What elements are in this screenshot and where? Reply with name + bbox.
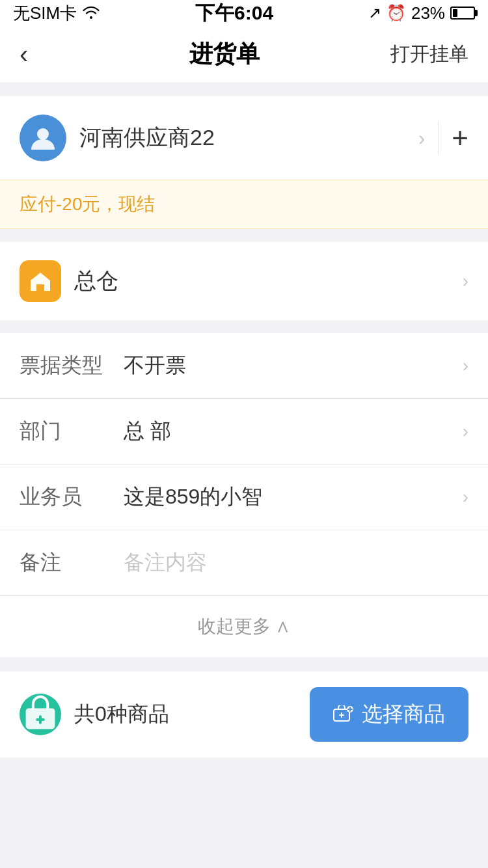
- remark-row[interactable]: 备注 备注内容: [0, 530, 488, 595]
- warehouse-name: 总仓: [74, 266, 456, 296]
- salesperson-row[interactable]: 业务员 这是859的小智 ›: [0, 465, 488, 530]
- product-bar: 共0种商品 选择商品: [0, 671, 488, 757]
- notice-text: 应付-20元，现结: [20, 194, 155, 214]
- add-supplier-button[interactable]: +: [438, 122, 468, 154]
- status-left: 无SIM卡: [13, 2, 100, 25]
- section-gap-4: [0, 657, 488, 670]
- department-value: 总 部: [124, 417, 456, 446]
- warehouse-section: 总仓 ›: [0, 242, 488, 320]
- invoice-type-value: 不开票: [124, 351, 456, 380]
- status-time: 下午6:04: [195, 0, 273, 27]
- back-button[interactable]: ‹: [20, 40, 59, 69]
- carrier-label: 无SIM卡: [13, 2, 77, 25]
- salesperson-label: 业务员: [20, 483, 124, 511]
- warehouse-chevron-icon: ›: [463, 271, 468, 292]
- supplier-name: 河南供应商22: [79, 123, 418, 153]
- status-right: ↗ ⏰ 23%: [368, 3, 475, 23]
- supplier-section: 河南供应商22 › + 应付-20元，现结: [0, 96, 488, 229]
- section-gap-1: [0, 83, 488, 96]
- department-chevron-icon: ›: [463, 421, 468, 442]
- warehouse-icon: [20, 260, 61, 302]
- product-count-label: 共0种商品: [74, 700, 310, 729]
- warehouse-row[interactable]: 总仓 ›: [0, 242, 488, 320]
- invoice-type-row[interactable]: 票据类型 不开票 ›: [0, 333, 488, 399]
- department-row[interactable]: 部门 总 部 ›: [0, 399, 488, 465]
- remark-placeholder[interactable]: 备注内容: [124, 549, 468, 577]
- open-pending-button[interactable]: 打开挂单: [390, 41, 468, 68]
- invoice-type-label: 票据类型: [20, 351, 124, 380]
- select-product-label: 选择商品: [362, 700, 445, 729]
- invoice-type-chevron-icon: ›: [463, 355, 468, 376]
- svg-rect-1: [36, 284, 44, 291]
- remark-label: 备注: [20, 549, 124, 577]
- collapse-button[interactable]: 收起更多 ∧: [0, 595, 488, 657]
- page-title: 进货单: [189, 38, 260, 70]
- bottom-area: [0, 757, 488, 868]
- battery-label: 23%: [411, 3, 445, 23]
- salesperson-value: 这是859的小智: [124, 483, 456, 511]
- department-label: 部门: [20, 417, 124, 446]
- svg-point-0: [37, 128, 49, 140]
- supplier-chevron-icon: ›: [418, 126, 426, 150]
- battery-icon: [450, 7, 475, 20]
- form-fields-section: 票据类型 不开票 › 部门 总 部 › 业务员 这是859的小智 › 备注 备注…: [0, 333, 488, 657]
- salesperson-chevron-icon: ›: [463, 487, 468, 508]
- wifi-icon: [82, 3, 100, 23]
- supplier-row[interactable]: 河南供应商22 › +: [0, 96, 488, 180]
- section-gap-2: [0, 229, 488, 242]
- alarm-icon: ⏰: [386, 4, 406, 22]
- status-bar: 无SIM卡 下午6:04 ↗ ⏰ 23%: [0, 0, 488, 26]
- nav-bar: ‹ 进货单 打开挂单: [0, 26, 488, 83]
- section-gap-3: [0, 320, 488, 333]
- notice-banner: 应付-20元，现结: [0, 180, 488, 229]
- location-icon: ↗: [368, 4, 381, 22]
- select-product-button[interactable]: 选择商品: [310, 687, 468, 742]
- supplier-avatar: [20, 115, 66, 161]
- product-icon: [20, 694, 61, 735]
